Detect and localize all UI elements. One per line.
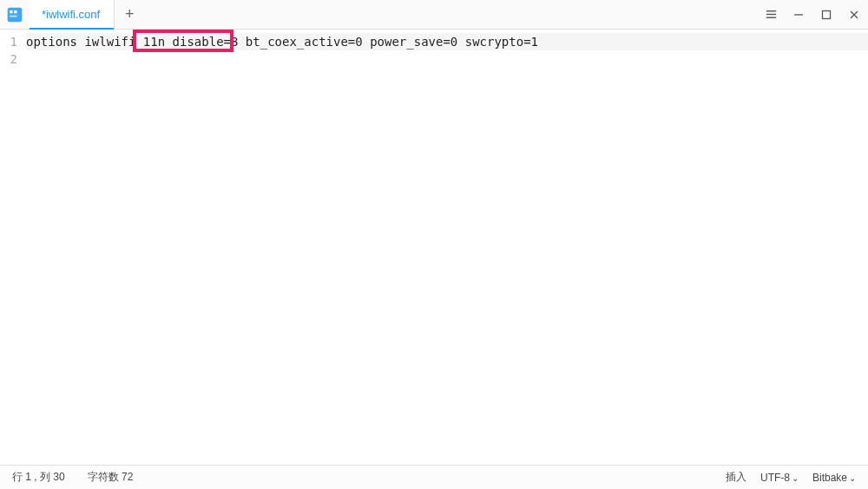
status-left: 行 1 , 列 30 字符数 72 [7, 470, 138, 485]
close-button[interactable] [840, 0, 868, 30]
code-line[interactable]: options iwlwifi 11n_disable=8 bt_coex_ac… [26, 33, 868, 50]
line-number: 2 [0, 50, 17, 68]
svg-rect-0 [8, 7, 23, 22]
code-content[interactable]: options iwlwifi 11n_disable=8 bt_coex_ac… [23, 30, 868, 465]
statusbar: 行 1 , 列 30 字符数 72 插入 UTF-8⌄ Bitbake⌄ [0, 465, 868, 489]
minimize-icon [793, 10, 804, 20]
line-number: 1 [0, 33, 17, 50]
maximize-button[interactable] [812, 0, 840, 30]
tab-title: *iwlwifi.conf [42, 8, 100, 21]
editor-area[interactable]: 1 2 options iwlwifi 11n_disable=8 bt_coe… [0, 30, 868, 465]
status-insert-mode[interactable]: 插入 [720, 470, 752, 485]
status-char-count[interactable]: 字符数 72 [82, 470, 139, 485]
hamburger-menu-button[interactable] [757, 0, 785, 30]
status-cursor-position[interactable]: 行 1 , 列 30 [7, 470, 70, 485]
plus-icon: + [125, 5, 135, 23]
svg-rect-2 [14, 10, 16, 13]
maximize-icon [821, 10, 832, 20]
svg-rect-1 [10, 10, 12, 13]
line-number-gutter: 1 2 [0, 30, 23, 465]
status-encoding[interactable]: UTF-8⌄ [755, 472, 804, 484]
editor-logo-icon [6, 6, 23, 23]
code-line[interactable] [26, 50, 868, 68]
tab-active[interactable]: *iwlwifi.conf [30, 0, 115, 29]
svg-rect-3 [10, 15, 16, 17]
status-right: 插入 UTF-8⌄ Bitbake⌄ [720, 470, 861, 485]
hamburger-icon [765, 8, 778, 21]
new-tab-button[interactable]: + [115, 0, 144, 29]
titlebar-spacer [144, 0, 757, 29]
status-language[interactable]: Bitbake⌄ [807, 472, 861, 484]
close-icon [849, 10, 859, 20]
window-controls [757, 0, 868, 29]
titlebar: *iwlwifi.conf + [0, 0, 868, 30]
minimize-button[interactable] [785, 0, 812, 30]
chevron-down-icon: ⌄ [792, 473, 799, 483]
app-icon [0, 0, 30, 29]
svg-rect-8 [823, 10, 831, 18]
chevron-down-icon: ⌄ [849, 473, 856, 483]
